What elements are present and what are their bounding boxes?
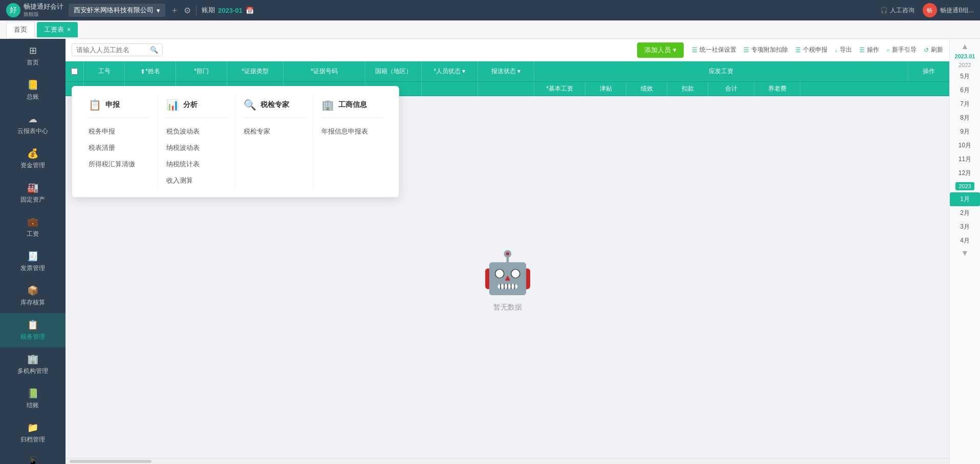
cal-month-2022-10月[interactable]: 10月 (950, 139, 980, 152)
cal-month-2023-2月[interactable]: 2月 (950, 206, 980, 220)
select-all-checkbox[interactable] (71, 68, 78, 75)
sidebar-icon-6: 🧾 (27, 251, 38, 262)
cal-month-2022-9月[interactable]: 9月 (950, 125, 980, 139)
dropdown-arrow-icon: ▾ (157, 7, 160, 14)
action-label-3: 导出 (840, 46, 852, 54)
sidebar-label-5: 工资 (27, 230, 39, 238)
dropdown-item-2-0[interactable]: 税检专家 (244, 123, 304, 140)
sidebar-icon-3: 💰 (27, 148, 38, 159)
sidebar-item-总账[interactable]: 📒 总账 (0, 73, 66, 107)
th-status: *人员状态 ▾ (422, 61, 478, 81)
scrollbar-area[interactable] (66, 458, 949, 464)
sidebar-icon-12: 📱 (27, 456, 38, 464)
toolbar-action-4[interactable]: ☰操作 (859, 46, 879, 54)
period-value: 2023-01 (218, 7, 243, 14)
dropdown-item-3-0[interactable]: 年报信息申报表 (321, 123, 383, 140)
tab-home[interactable]: 首页 (6, 21, 35, 37)
sidebar-item-小畅报销[interactable]: 📱 小畅报销 (0, 450, 66, 464)
calendar-panel: ▲2023.0120225月6月7月8月9月10月11月12月20231月2月3… (949, 39, 980, 464)
toolbar-action-2[interactable]: ☰个税申报 (795, 46, 827, 54)
section-title-1: 分析 (183, 100, 198, 109)
sidebar-item-发票管理[interactable]: 🧾 发票管理 (0, 245, 66, 279)
cal-month-2023-4月[interactable]: 4月 (950, 234, 980, 248)
th-dept: *部门 (176, 61, 227, 81)
th-total: 合计 (708, 82, 754, 96)
cal-month-2023-3月[interactable]: 3月 (950, 220, 980, 234)
user-area[interactable]: 畅 畅捷通B组... (923, 3, 974, 17)
dropdown-item-1-3[interactable]: 收入测算 (166, 172, 227, 189)
sidebar-label-3: 资金管理 (20, 161, 45, 170)
dropdown-section-shenbaon: 📋 申报 税务申报税表清册所得税汇算清缴 (80, 95, 158, 189)
add-person-label: 添加人员 (644, 46, 671, 55)
cal-month-2022-5月[interactable]: 5月 (950, 70, 980, 83)
scrollbar-thumb[interactable] (70, 460, 151, 463)
dropdown-item-0-1[interactable]: 税表清册 (89, 140, 149, 156)
sidebar-item-固定资产[interactable]: 🏭 固定资产 (0, 176, 66, 210)
sidebar-label-9: 多机构管理 (17, 367, 48, 375)
toolbar-action-3[interactable]: ↓导出 (835, 46, 852, 54)
headset-icon: 🎧 (880, 7, 888, 14)
table-header-row1: 工号 ⬆ *姓名 *部门 *证据类型 *证据号码 国籍（地区） *人员状态 ▾ … (66, 61, 949, 82)
add-person-button[interactable]: 添加人员 ▾ (637, 42, 684, 58)
cal-month-2022-7月[interactable]: 7月 (950, 97, 980, 111)
dropdown-section-header-gongshang: 🏢 工商信息 (321, 95, 383, 118)
sidebar-item-资金管理[interactable]: 💰 资金管理 (0, 142, 66, 176)
customer-service-btn[interactable]: 🎧 人工咨询 (880, 6, 914, 15)
settings-icon[interactable]: ⚙ (184, 6, 191, 15)
th-allow: 津贴 (585, 82, 626, 96)
dropdown-item-1-1[interactable]: 纳税波动表 (166, 140, 227, 156)
empty-icon: 🤖 (482, 249, 533, 297)
cal-year-2023: 2023 (955, 182, 974, 190)
sidebar-icon-11: 📁 (27, 422, 38, 433)
sidebar-item-云报表中心[interactable]: ☁ 云报表中心 (0, 107, 66, 142)
company-selector[interactable]: 西安虾米网络科技有限公司 ▾ (69, 4, 165, 17)
top-bar: 好 畅捷通好会计 旗舰版 西安虾米网络科技有限公司 ▾ ＋ ⚙ 账期 2023-… (0, 0, 980, 20)
calendar-icon[interactable]: 📅 (246, 7, 254, 14)
search-input[interactable] (76, 46, 148, 54)
th-checkbox[interactable] (66, 61, 84, 81)
toolbar-action-0[interactable]: ☰统一社保设置 (692, 46, 736, 54)
section-icon-1: 📊 (166, 99, 179, 111)
dropdown-section-zhuanjia: 🔍 税检专家 税检专家 (235, 95, 313, 189)
sidebar-item-工资[interactable]: 💼 工资 (0, 210, 66, 245)
period-area: 账期 2023-01 📅 (202, 6, 254, 15)
add-company-icon[interactable]: ＋ (170, 5, 179, 16)
dropdown-item-0-0[interactable]: 税务申报 (89, 123, 149, 140)
dropdown-item-1-2[interactable]: 纳税统计表 (166, 156, 227, 172)
empty-text: 暂无数据 (493, 303, 522, 312)
dropdown-item-1-0[interactable]: 税负波动表 (166, 123, 227, 140)
cal-nav-up[interactable]: ▲ (961, 41, 969, 52)
search-icon[interactable]: 🔍 (150, 46, 158, 54)
sidebar-item-税务管理[interactable]: 📋 税务管理 (0, 313, 66, 347)
sidebar-label-1: 总账 (27, 93, 39, 101)
cal-month-2022-6月[interactable]: 6月 (950, 83, 980, 97)
cal-month-2023-1月[interactable]: 1月 (950, 192, 980, 206)
toolbar-action-6[interactable]: ↺刷新 (924, 46, 943, 54)
th-name: ⬆ *姓名 (125, 61, 176, 81)
sidebar-item-首页[interactable]: ⊞ 首页 (0, 39, 66, 73)
th-area: 国籍（地区） (365, 61, 422, 81)
tab-payroll[interactable]: 工资表 × (37, 22, 78, 37)
cal-month-2022-12月[interactable]: 12月 (950, 166, 980, 180)
period-display: 2023.01 (955, 52, 975, 60)
sidebar-item-归档管理[interactable]: 📁 归档管理 (0, 416, 66, 450)
dropdown-overlay: 📋 申报 税务申报税表清册所得税汇算清缴 📊 分析 税负波动表纳税波动表纳税统计… (72, 86, 399, 197)
dropdown-item-0-2[interactable]: 所得税汇算清缴 (89, 156, 149, 172)
sidebar-icon-2: ☁ (28, 114, 37, 125)
content-area: 🔍 添加人员 ▾ ☰统一社保设置☰专项附加扣除☰个税申报↓导出☰操作○新手引导↺… (66, 39, 949, 464)
divider (196, 5, 197, 15)
sidebar-label-2: 云报表中心 (17, 127, 48, 136)
sidebar-icon-9: 🏢 (27, 353, 38, 365)
cal-nav-down[interactable]: ▼ (961, 248, 969, 259)
cal-month-2022-11月[interactable]: 11月 (950, 152, 980, 166)
avatar: 畅 (923, 3, 937, 17)
cal-month-2022-8月[interactable]: 8月 (950, 111, 980, 125)
logo-text: 畅捷通好会计 (24, 3, 63, 11)
toolbar-action-1[interactable]: ☰专项附加扣除 (744, 46, 788, 54)
action-icon-0: ☰ (692, 47, 698, 54)
toolbar-action-5[interactable]: ○新手引导 (886, 46, 917, 54)
sidebar-item-多机构管理[interactable]: 🏢 多机构管理 (0, 347, 66, 382)
sidebar-item-结账[interactable]: 📗 结账 (0, 382, 66, 416)
tab-close-icon[interactable]: × (67, 26, 71, 33)
sidebar-item-库存核算[interactable]: 📦 库存核算 (0, 279, 66, 313)
